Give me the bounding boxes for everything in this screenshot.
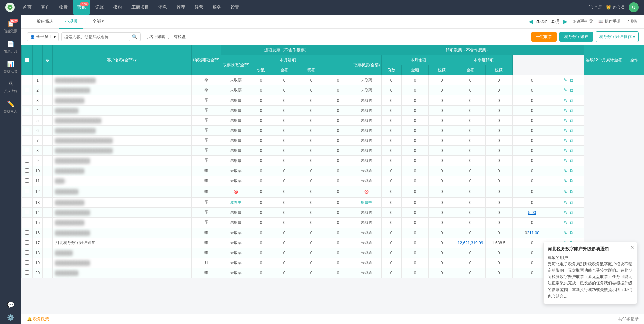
copy-icon[interactable]: ⧉ — [570, 148, 573, 153]
row-checkbox[interactable] — [25, 189, 29, 193]
edit-icon[interactable]: ✎ — [563, 98, 567, 103]
digital-account-ops-btn[interactable]: 税务数字账户操作 ▾ — [596, 31, 639, 42]
copy-icon[interactable]: ⧉ — [570, 200, 573, 205]
edit-icon[interactable]: ✎ — [563, 220, 567, 225]
edit-icon[interactable]: ✎ — [563, 148, 567, 153]
row-checkbox[interactable] — [25, 210, 29, 214]
search-button[interactable]: 🔍 — [129, 33, 141, 41]
row-checkbox[interactable] — [25, 148, 29, 152]
copy-icon[interactable]: ⧉ — [570, 178, 573, 183]
copy-icon[interactable]: ⧉ — [570, 220, 573, 225]
edit-icon[interactable]: ✎ — [563, 77, 567, 83]
nav-bookkeeping[interactable]: 记账 — [91, 0, 108, 15]
fullscreen-btn[interactable]: ⛶ 全屏 — [589, 5, 602, 10]
copy-icon[interactable]: ⧉ — [570, 128, 573, 133]
user-avatar[interactable]: U — [629, 2, 639, 12]
row-checkbox[interactable] — [25, 138, 29, 142]
cumulative2-value[interactable]: 211.00 — [527, 231, 539, 235]
cumulative-value[interactable]: 5.00 — [528, 210, 536, 215]
digital-account-btn[interactable]: 税务数字账户 — [559, 32, 593, 42]
copy-icon[interactable]: ⧉ — [570, 168, 573, 173]
sidebar-item-scan-upload[interactable]: 🖨 扫描上传 — [1, 78, 20, 96]
copy-icon[interactable]: ⧉ — [570, 230, 573, 235]
in-extra-cell: 0 — [325, 126, 352, 136]
nav-customer[interactable]: 客户 — [37, 0, 54, 15]
sidebar-item-invoice-entry[interactable]: ✏️ 票据录入 — [1, 98, 20, 116]
edit-icon[interactable]: ✎ — [563, 138, 567, 143]
row-checkbox[interactable] — [25, 118, 29, 122]
edit-icon[interactable]: ✎ — [563, 210, 567, 215]
row-checkbox[interactable] — [25, 168, 29, 173]
edit-icon[interactable]: ✎ — [563, 178, 567, 183]
row-checkbox[interactable] — [25, 128, 29, 132]
sidebar-item-chat[interactable]: 💬 — [1, 299, 20, 311]
copy-icon[interactable]: ⧉ — [570, 138, 573, 143]
copy-icon[interactable]: ⧉ — [570, 87, 573, 93]
checkbox-has-disk[interactable]: 有税盘 — [168, 34, 186, 40]
edit-icon[interactable]: ✎ — [563, 87, 567, 93]
edit-icon[interactable]: ✎ — [563, 158, 567, 163]
refresh-btn[interactable]: ↺ 刷新 — [626, 19, 639, 24]
employee-select[interactable]: 👤 全部员工 ▾ — [27, 32, 59, 41]
copy-icon[interactable]: ⧉ — [570, 108, 573, 113]
one-key-ticket-btn[interactable]: 一键取票 — [531, 32, 557, 42]
edit-icon[interactable]: ✎ — [563, 108, 567, 113]
row-checkbox[interactable] — [25, 220, 29, 224]
search-input[interactable] — [62, 33, 129, 41]
row-checkbox[interactable] — [25, 230, 29, 235]
tab-all[interactable]: 全能 ▾ — [87, 15, 109, 29]
next-month-btn[interactable]: ▶ — [563, 18, 567, 25]
sidebar-item-invoice-summary[interactable]: 📊 票据汇总 — [1, 58, 20, 76]
edit-icon[interactable]: ✎ — [563, 118, 567, 123]
sidebar-item-gear[interactable]: ⚙️ — [1, 311, 20, 324]
nav-business[interactable]: 工商项目 — [127, 0, 153, 15]
edit-icon[interactable]: ✎ — [563, 128, 567, 133]
sidebar-item-smart-ticket[interactable]: 📋 智能取票 new — [1, 17, 20, 36]
manual-btn[interactable]: 📖 操作手册 — [598, 19, 621, 24]
nav-invoice[interactable]: 票据 new — [73, 0, 90, 15]
nav-home[interactable]: 首页 — [19, 0, 36, 15]
copy-icon[interactable]: ⧉ — [570, 158, 573, 163]
notification-close-btn[interactable]: ✕ — [630, 245, 634, 250]
row-checkbox[interactable] — [25, 88, 29, 92]
row-checkbox[interactable] — [25, 108, 29, 112]
tax-policy-link[interactable]: 🔔 税务政策 — [27, 316, 49, 322]
tab-small-scale[interactable]: 小规模 — [59, 15, 83, 29]
copy-icon[interactable]: ⧉ — [570, 118, 573, 123]
row-checkbox[interactable] — [25, 200, 29, 204]
row-checkbox[interactable] — [25, 178, 29, 183]
copy-icon[interactable]: ⧉ — [570, 210, 573, 215]
member-btn[interactable]: 👑 购会员 — [606, 5, 625, 10]
new-guide-btn[interactable]: ⊙ 新手引导 — [573, 19, 593, 24]
copy-icon[interactable]: ⧉ — [570, 77, 573, 83]
nav-tax[interactable]: 报税 — [109, 0, 126, 15]
table-row: 16 ████████████ 季 未取票 0 0 0 0 未取票 0 0 0 … — [22, 228, 644, 238]
checkbox-own-accounts-input[interactable] — [144, 35, 148, 39]
nav-message[interactable]: 消息 — [154, 0, 171, 15]
copy-icon[interactable]: ⧉ — [570, 98, 573, 103]
row-checkbox[interactable] — [25, 98, 29, 102]
edit-icon[interactable]: ✎ — [563, 189, 567, 194]
sidebar-item-invoice-open[interactable]: 📄 发票开具 — [1, 38, 20, 56]
checkbox-has-disk-input[interactable] — [168, 35, 172, 39]
nav-operation[interactable]: 经营 — [191, 0, 207, 15]
checkbox-own-accounts[interactable]: 名下账套 — [144, 34, 165, 40]
nav-fee[interactable]: 收费 — [55, 0, 72, 15]
row-checkbox[interactable] — [25, 250, 29, 255]
tab-general-taxpayer[interactable]: 一般纳税人 — [27, 15, 59, 29]
row-checkbox[interactable] — [25, 270, 29, 275]
edit-icon[interactable]: ✎ — [563, 200, 567, 205]
nav-service[interactable]: 服务 — [209, 0, 225, 15]
row-checkbox[interactable] — [25, 78, 29, 82]
edit-icon[interactable]: ✎ — [563, 168, 567, 173]
nav-settings[interactable]: 设置 — [227, 0, 244, 15]
select-all-checkbox[interactable] — [25, 58, 29, 62]
edit-icon[interactable]: ✎ — [563, 230, 567, 235]
nav-manage[interactable]: 管理 — [172, 0, 189, 15]
copy-icon[interactable]: ⧉ — [570, 189, 573, 194]
row-checkbox[interactable] — [25, 158, 29, 163]
row-checkbox[interactable] — [25, 240, 29, 245]
refund-amount-value[interactable]: 12,621,319.99 — [458, 241, 483, 245]
row-checkbox[interactable] — [25, 260, 29, 265]
prev-month-btn[interactable]: ◀ — [529, 18, 533, 25]
